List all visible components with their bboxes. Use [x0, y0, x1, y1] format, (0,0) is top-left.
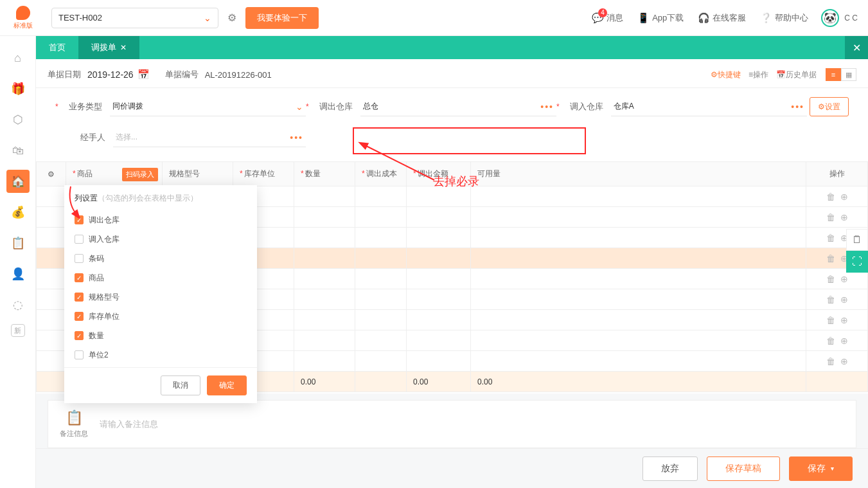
sidebar: ⌂ 🎁 ⬡ 🛍 🏠 💰 📋 👤 ◌ 新	[0, 36, 36, 488]
app-download-label: App下载	[652, 12, 684, 24]
col-qty: *数量	[294, 162, 355, 186]
handler-label: 经手人	[55, 132, 105, 143]
logo[interactable]: 标准版	[10, 5, 36, 31]
remark-panel: 📋 备注信息	[48, 400, 856, 448]
column-option[interactable]: ✓数量	[75, 326, 247, 345]
app-download-action[interactable]: 📱 App下载	[637, 12, 684, 24]
insert-row-icon[interactable]: ⊕	[840, 294, 848, 305]
delete-row-icon[interactable]: 🗑	[826, 274, 835, 284]
calendar-icon[interactable]: 📅	[137, 69, 150, 80]
project-selector[interactable]: TEST-H002 ⌄	[51, 8, 218, 28]
chevron-down-icon: ⌄	[204, 13, 211, 23]
out-wh-value: 总仓	[363, 101, 378, 112]
out-wh-label: 调出仓库	[312, 101, 353, 113]
column-option[interactable]: 条码	[75, 249, 247, 268]
column-option-label: 调入仓库	[89, 234, 120, 245]
project-name: TEST-H002	[58, 13, 102, 23]
sidebar-gift-icon[interactable]: 🎁	[6, 77, 30, 100]
column-option[interactable]: ✓规格型号	[75, 287, 247, 307]
remark-input[interactable]	[100, 419, 844, 429]
column-option[interactable]: ✓商品	[75, 268, 247, 287]
remark-label: 📋 备注信息	[60, 410, 88, 438]
view-list-icon[interactable]: ≡	[826, 68, 841, 81]
out-warehouse-field[interactable]: * 调出仓库 总仓 •••	[306, 97, 556, 116]
tab-home[interactable]: 首页	[36, 36, 78, 59]
sidebar-loading-icon[interactable]: ◌	[6, 293, 30, 316]
col-unit: *库存单位	[233, 162, 294, 186]
in-warehouse-field[interactable]: * 调入仓库 仓库A •••	[556, 97, 807, 116]
column-option[interactable]: ✓库存单位	[75, 307, 247, 326]
save-button[interactable]: 保存▾	[789, 456, 853, 481]
delete-row-icon[interactable]: 🗑	[826, 233, 835, 243]
biz-type-field[interactable]: * 业务类型 同价调拨 ⌄	[55, 97, 306, 116]
tab-close-icon[interactable]: ✕	[120, 43, 127, 52]
scan-badge[interactable]: 扫码录入	[122, 168, 158, 181]
tab-transfer[interactable]: 调拨单 ✕	[78, 36, 139, 59]
note-icon: 📋	[66, 410, 83, 426]
column-option[interactable]: 调入仓库	[75, 230, 247, 249]
settings-button[interactable]: ⚙ 设置	[810, 97, 849, 116]
column-option-label: 调出仓库	[89, 215, 120, 226]
handler-field[interactable]: 经手人 选择... •••	[55, 128, 306, 147]
footer: 放弃 保存草稿 保存▾	[36, 448, 868, 488]
popup-title: 列设置（勾选的列会在表格中显示）	[64, 193, 257, 210]
tabs-close-all[interactable]: ✕	[845, 36, 868, 59]
operate-link[interactable]: ≡ 操作	[748, 69, 768, 80]
sidebar-warehouse-icon[interactable]: 🏠	[6, 170, 30, 193]
delete-row-icon[interactable]: 🗑	[826, 356, 835, 366]
docno-label: 单据编号	[165, 69, 199, 80]
insert-row-icon[interactable]: ⊕	[840, 356, 848, 366]
discard-button[interactable]: 放弃	[642, 456, 698, 481]
support-action[interactable]: 🎧 在线客服	[698, 12, 746, 24]
insert-row-icon[interactable]: ⊕	[840, 336, 848, 346]
delete-row-icon[interactable]: 🗑	[826, 212, 835, 222]
more-icon[interactable]: •••	[791, 102, 804, 112]
column-option[interactable]: ✓调出仓库	[75, 210, 247, 230]
delete-row-icon[interactable]: 🗑	[826, 253, 835, 264]
float-expand-icon[interactable]: ⛶	[846, 251, 868, 273]
project-settings-gear-icon[interactable]: ⚙	[227, 12, 236, 24]
history-link[interactable]: 📅 历史单据	[776, 69, 817, 80]
username: C C	[844, 14, 858, 23]
view-toggle: ≡ ▦	[826, 68, 856, 81]
column-option-label: 单位2	[89, 350, 109, 361]
docno-value: AL-20191226-001	[205, 70, 272, 80]
required-icon: *	[556, 102, 560, 111]
date-value[interactable]: 2019-12-26	[87, 69, 134, 80]
delete-row-icon[interactable]: 🗑	[826, 315, 835, 325]
view-grid-icon[interactable]: ▦	[841, 68, 856, 81]
sidebar-contact-icon[interactable]: 👤	[6, 262, 30, 285]
topbar: 标准版 TEST-H002 ⌄ ⚙ 我要体验一下 💬 消息 4 📱 App下载 …	[0, 0, 868, 36]
delete-row-icon[interactable]: 🗑	[826, 192, 835, 202]
more-icon[interactable]: •••	[290, 132, 303, 143]
shortcut-link[interactable]: ⚙ 快捷键	[711, 69, 741, 80]
help-icon: ❔	[760, 12, 772, 24]
column-option-label: 商品	[89, 273, 104, 284]
chevron-down-icon: ▾	[831, 465, 834, 472]
help-action[interactable]: ❔ 帮助中心	[760, 12, 808, 24]
avatar[interactable]: 🐼	[821, 9, 839, 27]
sidebar-new-icon[interactable]: 新	[11, 324, 25, 337]
delete-row-icon[interactable]: 🗑	[826, 336, 835, 346]
sidebar-bag-icon[interactable]: 🛍	[6, 139, 30, 162]
column-option[interactable]: 单位2	[75, 345, 247, 362]
float-note-icon[interactable]: 🗒	[846, 229, 868, 251]
insert-row-icon[interactable]: ⊕	[840, 274, 848, 284]
trial-button[interactable]: 我要体验一下	[245, 7, 319, 29]
sidebar-clipboard-icon[interactable]: 📋	[6, 231, 30, 255]
column-option-label: 数量	[89, 330, 104, 341]
column-settings-gear[interactable]: ⚙	[37, 162, 66, 186]
more-icon[interactable]: •••	[540, 102, 554, 112]
delete-row-icon[interactable]: 🗑	[826, 294, 835, 305]
sidebar-home-icon[interactable]: ⌂	[6, 46, 30, 69]
sidebar-price-icon[interactable]: ⬡	[6, 108, 30, 131]
popup-cancel-button[interactable]: 取消	[161, 375, 200, 395]
insert-row-icon[interactable]: ⊕	[840, 315, 848, 325]
save-draft-button[interactable]: 保存草稿	[707, 456, 780, 481]
insert-row-icon[interactable]: ⊕	[840, 212, 848, 222]
insert-row-icon[interactable]: ⊕	[840, 192, 848, 202]
required-icon: *	[306, 102, 309, 111]
sidebar-money-icon[interactable]: 💰	[6, 201, 30, 224]
messages-action[interactable]: 💬 消息 4	[592, 12, 623, 24]
popup-ok-button[interactable]: 确定	[207, 375, 247, 395]
